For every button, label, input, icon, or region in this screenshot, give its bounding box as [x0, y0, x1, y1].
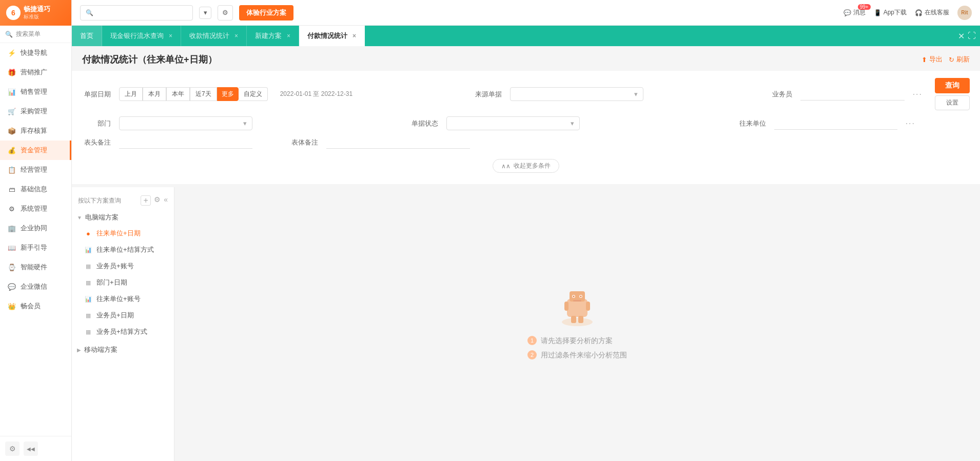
- collapse-conditions-btn[interactable]: ∧∧ 收起更多条件: [493, 159, 559, 173]
- sidebar-item-inventory[interactable]: 📦 库存核算: [0, 121, 71, 141]
- tab-new-scheme[interactable]: 新建方案 ×: [247, 26, 299, 46]
- export-btn[interactable]: ⬆ 导出: [922, 55, 943, 64]
- dept-filter-label: 部门: [82, 119, 111, 128]
- tab-payment-stats[interactable]: 付款情况统计 ×: [299, 26, 365, 46]
- header-search-icon: 🔍: [86, 9, 93, 16]
- sidebar-item-label: 销售管理: [21, 87, 47, 96]
- sidebar-item-basic-info[interactable]: 🗃 基础信息: [0, 179, 71, 199]
- sidebar-item-member[interactable]: 👑 畅会员: [0, 296, 71, 316]
- sidebar-item-company[interactable]: 🏢 企业协同: [0, 218, 71, 238]
- refresh-label: 刷新: [956, 55, 970, 64]
- source-select[interactable]: ▾: [510, 87, 643, 101]
- close-window-btn[interactable]: ✕: [958, 31, 965, 41]
- trial-btn[interactable]: 体验行业方案: [239, 5, 293, 21]
- date-btn-this-month[interactable]: 本月: [143, 87, 166, 101]
- sidebar-item-system[interactable]: ⚙ 系统管理: [0, 199, 71, 218]
- scheme-settings-btn[interactable]: ⚙: [154, 195, 161, 206]
- messages-action[interactable]: 💬 消息 99+: [844, 8, 866, 17]
- agent-settle-icon: ▦: [84, 328, 92, 336]
- sidebar-item-operation[interactable]: 📋 经营管理: [0, 160, 71, 179]
- page-title-bar: 付款情况统计（往来单位+日期） ⬆ 导出 ↻ 刷新: [72, 46, 980, 71]
- hint-num-2: 2: [527, 350, 537, 359]
- sidebar-search[interactable]: 🔍 搜索菜单: [0, 26, 71, 43]
- header-search[interactable]: 🔍: [80, 5, 193, 21]
- sidebar-nav: ⚡ 快捷导航 🎁 营销推广 📊 销售管理 🛒 采购管理 📦 库存核算 💰 资金管…: [0, 43, 71, 436]
- sidebar-item-label: 基础信息: [21, 185, 47, 194]
- date-btn-this-year[interactable]: 本年: [166, 87, 190, 101]
- mobile-schemes-section: ▶ 移动端方案: [72, 342, 174, 357]
- scheme-item-unit-account[interactable]: 📊 往来单位+账号: [72, 291, 174, 307]
- tab-home[interactable]: 首页: [72, 26, 102, 46]
- scheme-item-agent-account[interactable]: ▦ 业务员+账号: [72, 258, 174, 274]
- member-icon: 👑: [7, 302, 16, 311]
- desktop-section-header[interactable]: ▼ 电脑端方案: [72, 210, 174, 225]
- sidebar-item-sales[interactable]: 📊 销售管理: [0, 82, 71, 102]
- scheme-item-agent-settle[interactable]: ▦ 业务员+结算方式: [72, 324, 174, 340]
- sidebar-item-quick-nav[interactable]: ⚡ 快捷导航: [0, 43, 71, 63]
- date-range-display: 2022-01-01 至 2022-12-31: [280, 90, 352, 98]
- agent-filter-label: 业务员: [763, 90, 792, 99]
- unit-date-icon: ●: [84, 229, 92, 237]
- footer-collapse-btn[interactable]: ◀◀: [24, 442, 38, 456]
- source-filter-label: 来源单据: [473, 90, 502, 99]
- header-dropdown-btn[interactable]: ▾: [199, 7, 211, 19]
- tab-payment-stats-close[interactable]: ×: [352, 32, 356, 39]
- app-icon: 📱: [874, 9, 881, 16]
- dept-select-arrow: ▾: [243, 119, 247, 127]
- tab-bank-flow[interactable]: 现金银行流水查询 ×: [102, 26, 181, 46]
- app-download-action[interactable]: 📱 App下载: [874, 8, 907, 17]
- date-buttons: 上月 本月 本年 近7天 更多 自定义: [119, 87, 268, 101]
- purchase-icon: 🛒: [7, 107, 16, 116]
- scheme-item-label: 部门+日期: [96, 278, 127, 287]
- sidebar-item-marketing[interactable]: 🎁 营销推广: [0, 63, 71, 82]
- svg-point-0: [562, 318, 593, 326]
- sidebar-item-wechat[interactable]: 💬 企业微信: [0, 277, 71, 296]
- related-unit-input[interactable]: [774, 117, 897, 130]
- filter-row-date: 单据日期 上月 本月 本年 近7天 更多 自定义 2022-01-01 至 20…: [82, 78, 970, 110]
- scheme-item-label: 业务员+账号: [96, 262, 134, 271]
- agent-input[interactable]: [800, 88, 905, 101]
- empty-hint-texts: 1 请先选择要分析的方案 2 用过滤条件来缩小分析范围: [527, 333, 627, 362]
- maximize-window-btn[interactable]: ⛶: [968, 31, 976, 41]
- add-scheme-btn[interactable]: +: [141, 195, 151, 206]
- dept-select[interactable]: ▾: [119, 116, 252, 130]
- scheme-item-label: 业务员+结算方式: [96, 327, 147, 336]
- date-btn-last-month[interactable]: 上月: [119, 87, 143, 101]
- agent-dots[interactable]: ···: [913, 90, 923, 99]
- tab-receipt-stats[interactable]: 收款情况统计 ×: [181, 26, 247, 46]
- svg-point-5: [573, 296, 575, 297]
- svg-point-6: [580, 296, 582, 297]
- user-avatar[interactable]: Rit: [957, 6, 972, 20]
- footer-settings-btn[interactable]: ⚙: [5, 442, 19, 456]
- sidebar-item-label: 企业协同: [21, 224, 47, 233]
- related-unit-dots[interactable]: ···: [906, 119, 915, 128]
- scheme-collapse-btn[interactable]: «: [164, 195, 168, 206]
- tab-receipt-stats-close[interactable]: ×: [234, 32, 238, 39]
- sidebar-item-guide[interactable]: 📖 新手引导: [0, 238, 71, 257]
- query-btn[interactable]: 查询: [935, 78, 970, 93]
- sidebar-item-purchase[interactable]: 🛒 采购管理: [0, 102, 71, 121]
- scheme-item-unit-date[interactable]: ● 往来单位+日期: [72, 225, 174, 242]
- tab-bank-flow-close[interactable]: ×: [169, 32, 172, 39]
- mobile-section-header[interactable]: ▶ 移动端方案: [72, 342, 174, 357]
- left-panel-header: 按以下方案查询 + ⚙ «: [72, 192, 174, 210]
- hint-step-1: 1 请先选择要分析的方案: [527, 333, 627, 348]
- tab-new-scheme-close[interactable]: ×: [287, 32, 290, 39]
- header-remark-input[interactable]: [119, 136, 252, 149]
- online-service-action[interactable]: 🎧 在线客服: [915, 8, 949, 17]
- settings-small-btn[interactable]: 设置: [935, 95, 970, 110]
- sidebar-item-finance[interactable]: 💰 资金管理: [0, 141, 71, 160]
- body-remark-input[interactable]: [326, 136, 470, 149]
- bill-status-select[interactable]: ▾: [446, 116, 580, 130]
- collapse-icon: ∧∧: [501, 163, 511, 170]
- date-btn-custom[interactable]: 自定义: [239, 87, 268, 101]
- scheme-item-dept-date[interactable]: ▦ 部门+日期: [72, 274, 174, 291]
- header-settings-btn[interactable]: ⚙: [218, 5, 233, 21]
- scheme-item-unit-settle[interactable]: 📊 往来单位+结算方式: [72, 242, 174, 258]
- scheme-item-agent-date[interactable]: ▦ 业务员+日期: [72, 307, 174, 324]
- sidebar-item-hardware[interactable]: ⌚ 智能硬件: [0, 257, 71, 277]
- date-btn-more[interactable]: 更多: [217, 87, 239, 101]
- date-btn-7days[interactable]: 近7天: [190, 87, 217, 101]
- refresh-btn[interactable]: ↻ 刷新: [949, 55, 970, 64]
- export-label: 导出: [929, 55, 943, 64]
